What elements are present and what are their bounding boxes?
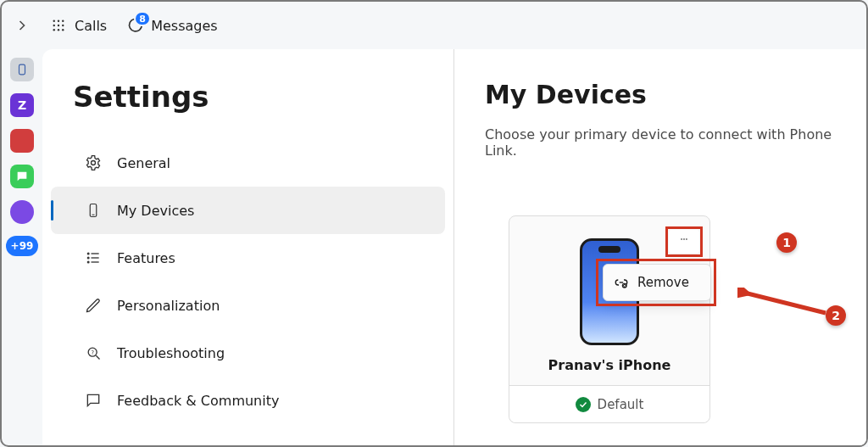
app-rail: Z +99: [2, 49, 42, 445]
annotation-callout-2: 2: [826, 305, 846, 326]
annotation-box-2: [596, 259, 716, 306]
chat-icon: [85, 392, 102, 409]
rail-phone-app[interactable]: [10, 58, 34, 81]
list-icon: [85, 249, 102, 266]
settings-item-label: Feedback & Community: [117, 393, 279, 409]
nav-messages-label: Messages: [151, 18, 217, 34]
settings-item-label: Features: [117, 250, 175, 266]
gear-icon: [85, 154, 102, 171]
device-name: Pranav's iPhone: [548, 345, 671, 385]
svg-point-17: [87, 257, 89, 259]
svg-text:?: ?: [91, 349, 94, 356]
svg-line-26: [744, 293, 826, 313]
annotation-arrow: [737, 288, 829, 316]
content-area: Settings General My Devices Features Per…: [42, 49, 866, 445]
settings-item-features[interactable]: Features: [51, 234, 445, 282]
settings-item-personalization[interactable]: Personalization: [51, 282, 445, 329]
settings-panel: Settings General My Devices Features Per…: [42, 49, 454, 445]
settings-item-label: Troubleshooting: [117, 345, 225, 361]
svg-point-4: [58, 25, 59, 26]
check-icon: [576, 397, 591, 412]
device-status-row: Default: [509, 385, 709, 422]
svg-point-2: [62, 20, 64, 22]
top-bar: Calls 8 Messages: [2, 2, 866, 49]
rail-messages-app[interactable]: [10, 165, 34, 188]
devices-title: My Devices: [485, 80, 866, 109]
phone-icon: [85, 202, 102, 219]
settings-list: General My Devices Features Personalizat…: [42, 139, 453, 424]
pen-icon: [85, 297, 102, 314]
settings-item-label: Personalization: [117, 298, 220, 314]
settings-item-general[interactable]: General: [51, 139, 445, 187]
svg-point-6: [53, 29, 55, 31]
nav-messages[interactable]: 8 Messages: [125, 16, 217, 35]
device-status-label: Default: [598, 397, 644, 412]
svg-point-5: [62, 25, 64, 26]
rail-z-app[interactable]: Z: [10, 93, 34, 117]
annotation-box-1: [665, 226, 703, 257]
settings-item-label: My Devices: [117, 203, 194, 219]
rail-violet-app[interactable]: [10, 200, 34, 224]
devices-panel: My Devices Choose your primary device to…: [454, 49, 866, 445]
nav-calls-label: Calls: [75, 18, 107, 34]
settings-item-troubleshooting[interactable]: ? Troubleshooting: [51, 329, 445, 377]
settings-item-feedback[interactable]: Feedback & Community: [51, 377, 445, 424]
dialpad-icon: [49, 16, 68, 35]
svg-point-16: [87, 253, 89, 254]
svg-line-20: [96, 355, 99, 359]
messages-icon: 8: [125, 16, 144, 35]
back-button[interactable]: [14, 17, 31, 34]
svg-point-10: [92, 161, 96, 165]
rail-overflow[interactable]: +99: [6, 236, 38, 256]
svg-point-3: [53, 25, 55, 26]
settings-title: Settings: [73, 80, 453, 114]
device-card[interactable]: Remove Pranav's iPhone Default: [509, 215, 710, 423]
annotation-callout-1: 1: [776, 232, 797, 253]
devices-subtitle: Choose your primary device to connect wi…: [485, 126, 866, 159]
svg-point-1: [58, 20, 59, 22]
rail-red-app[interactable]: [10, 129, 34, 153]
messages-badge: 8: [134, 11, 151, 26]
settings-item-my-devices[interactable]: My Devices: [51, 187, 445, 234]
svg-rect-9: [19, 64, 25, 75]
settings-item-label: General: [117, 155, 170, 171]
help-icon: ?: [85, 344, 102, 361]
svg-point-7: [58, 29, 59, 31]
svg-point-8: [62, 29, 64, 31]
svg-point-0: [53, 20, 55, 22]
nav-calls[interactable]: Calls: [49, 16, 107, 35]
device-illustration: Remove: [509, 216, 709, 345]
svg-point-18: [87, 261, 89, 263]
